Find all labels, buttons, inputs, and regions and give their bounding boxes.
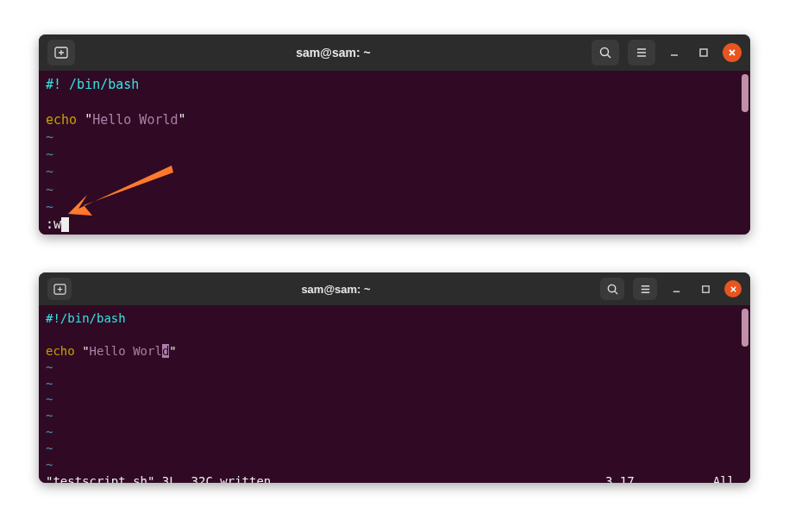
blank-line: [46, 93, 743, 110]
echo-line: echo "Hello World": [46, 343, 743, 360]
terminal-window-2: sam@sam: ~: [39, 272, 750, 483]
maximize-button[interactable]: [695, 279, 716, 299]
svg-point-16: [608, 285, 615, 291]
status-message: "testscript.sh" 3L, 32C written: [46, 473, 605, 483]
svg-point-3: [601, 48, 609, 56]
quote-open: ": [75, 344, 90, 358]
svg-line-17: [614, 291, 617, 293]
scroll-position: All: [692, 473, 743, 483]
scrollbar[interactable]: [742, 309, 748, 347]
titlebar: sam@sam: ~: [39, 272, 750, 305]
shebang-prefix: #!: [46, 311, 60, 325]
cursor: [61, 217, 69, 232]
search-button[interactable]: [600, 278, 624, 300]
shebang-path: /bin/bash: [60, 311, 126, 325]
command-text: w: [53, 216, 61, 233]
search-button[interactable]: [592, 40, 619, 66]
vim-command-line[interactable]: :w: [46, 216, 743, 233]
menu-button[interactable]: [633, 278, 657, 300]
quote-close: ": [169, 344, 176, 358]
shebang-line: #! /bin/bash: [46, 76, 743, 93]
cursor-position: 3,17: [605, 473, 692, 483]
titlebar: sam@sam: ~: [39, 34, 750, 71]
svg-rect-22: [702, 285, 708, 291]
close-button[interactable]: [724, 280, 742, 297]
svg-rect-9: [700, 49, 707, 56]
blank-line: [46, 327, 743, 343]
empty-line-tilde: ~: [46, 391, 743, 408]
svg-line-4: [608, 55, 611, 59]
terminal-window-1: sam@sam: ~: [39, 34, 750, 235]
empty-line-tilde: ~: [46, 457, 743, 473]
window-title: sam@sam: ~: [82, 46, 585, 59]
close-button[interactable]: [723, 43, 742, 62]
minimize-button[interactable]: [666, 279, 686, 299]
empty-line-tilde: ~: [46, 146, 743, 163]
maximize-button[interactable]: [693, 42, 714, 63]
empty-line-tilde: ~: [46, 128, 743, 146]
empty-line-tilde: ~: [46, 198, 743, 216]
echo-line: echo "Hello World": [46, 111, 743, 128]
shebang-path: /bin/bash: [69, 77, 139, 92]
menu-button[interactable]: [628, 40, 655, 66]
empty-line-tilde: ~: [46, 181, 743, 198]
empty-line-tilde: ~: [46, 163, 743, 180]
echo-keyword: echo: [46, 112, 77, 128]
quote-open: ": [77, 112, 92, 128]
empty-line-tilde: ~: [46, 376, 743, 392]
command-prompt: :: [46, 216, 53, 233]
minimize-button[interactable]: [664, 42, 685, 63]
new-tab-button[interactable]: [47, 40, 75, 66]
terminal-body[interactable]: #! /bin/bash echo "Hello World" ~ ~ ~ ~ …: [39, 71, 750, 235]
echo-string-pre: Hello Worl: [90, 344, 162, 358]
empty-line-tilde: ~: [46, 360, 743, 376]
window-title: sam@sam: ~: [78, 283, 593, 296]
echo-string: Hello World: [92, 112, 178, 128]
new-tab-button[interactable]: [47, 278, 72, 300]
vim-status-line: "testscript.sh" 3L, 32C written 3,17 All: [46, 473, 743, 483]
scrollbar[interactable]: [742, 74, 748, 112]
echo-keyword: echo: [46, 344, 75, 358]
empty-line-tilde: ~: [46, 424, 743, 441]
empty-line-tilde: ~: [46, 441, 743, 457]
terminal-body[interactable]: #!/bin/bash echo "Hello World" ~ ~ ~ ~ ~…: [39, 305, 750, 483]
empty-line-tilde: ~: [46, 408, 743, 424]
quote-close: ": [178, 112, 186, 128]
shebang-line: #!/bin/bash: [46, 310, 743, 327]
shebang-prefix: #!: [46, 77, 69, 92]
